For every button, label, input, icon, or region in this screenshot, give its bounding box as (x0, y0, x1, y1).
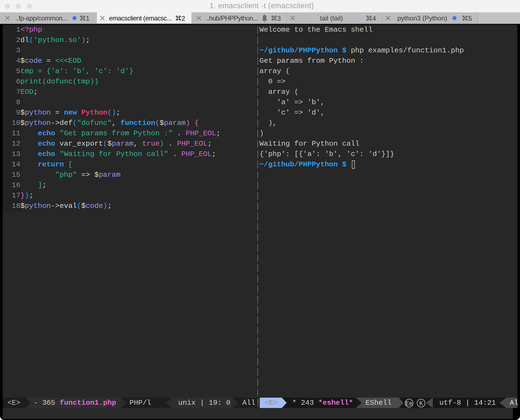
svg-text:K: K (419, 400, 423, 407)
svg-text:Ee: Ee (406, 400, 413, 407)
